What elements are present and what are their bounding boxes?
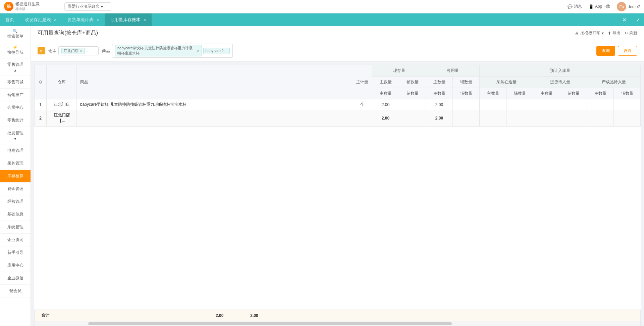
inventory-label: 库存核算 [7,173,23,179]
settings-button[interactable]: 设置 [618,46,637,56]
sidebar-item-retail-stat[interactable]: 零售统计 [0,114,31,127]
sidebar-item-appcenter[interactable]: 应用中心 [0,259,31,272]
row1-inc-aux [560,99,587,110]
order-tab-label: 要货单统计表 [67,17,94,23]
product-tag1-close[interactable]: ✕ [197,49,200,53]
phone-icon: 📱 [589,4,594,9]
tab-order[interactable]: 要货单统计表 ✕ [62,13,105,26]
row1-inc-main [533,99,560,110]
chevron-down-icon: ▾ [101,4,103,9]
retail-mall-label: 零售商城 [7,79,23,85]
filter-actions: 查询 设置 [596,46,637,56]
newguide-label: 新手引导 [7,250,23,255]
warehouse-input[interactable]: 江北门店 ✕ ... [58,46,99,55]
table-row: 1 江北门店 babycare学饮杯 儿童防摔防撞吸管杯重力球吸嘴杯宝宝水杯 个… [35,99,641,110]
footer-avail-main: 2.00 [250,313,258,318]
col-avail-main-sub: 主数量 [426,77,453,88]
sidebar-item-retail-mall[interactable]: 零售商城 [0,76,31,89]
product-tag1-text: babycare学饮杯 儿童防摔防撞吸管杯重力球吸嘴杯宝宝水杯 [117,46,196,56]
expand-button[interactable]: ⤢ [632,17,644,22]
wechat-label: 企业微信 [7,275,23,281]
close-order-tab[interactable]: ✕ [96,18,99,22]
retail-stat-label: 零售统计 [7,118,23,123]
quicknav-label: 快捷导航 [2,50,29,55]
tab-home[interactable]: 首页 [0,13,19,26]
col-gear[interactable]: ⚙ [35,65,47,99]
quicknav-icon: ⚡ [13,45,18,50]
user-profile[interactable]: Ea demo2 [617,2,640,11]
sidebar-item-system[interactable]: 系统管理 [0,221,31,234]
row2-prod-main [587,110,614,127]
sidebar-item-changyuean[interactable]: 畅会员 [0,285,31,297]
member-label: 会员中心 [7,105,23,110]
col-avail-main2: 主数量 [426,88,453,99]
close-receive-tab[interactable]: ✕ [54,18,57,22]
sidebar-item-inventory[interactable]: 库存核算 [0,170,31,183]
row1-unit: 个 [352,99,372,110]
sidebar-item-finance[interactable]: 资金管理 [0,183,31,195]
query-button[interactable]: 查询 [596,46,615,56]
print-icon: 🖨 [575,31,579,36]
logo-area: 畅 畅捷通好生意 标准版 [4,2,64,11]
chevron-up-icon: ▲ [14,68,17,72]
sidebar-item-operation[interactable]: 经营管理 [0,195,31,208]
close-inventory-tab[interactable]: ✕ [143,18,146,22]
search-icon: 🔍 [13,29,18,34]
system-label: 系统管理 [7,224,23,230]
sidebar-quick-nav[interactable]: ⚡ 快捷导航 [0,42,31,58]
horizontal-scrollbar[interactable] [88,322,452,325]
filter-toggle-button[interactable]: » [38,47,45,54]
row2-avail-aux [453,110,480,127]
col-incoming-group: 进货待入量 [533,77,587,88]
chevron-down-icon2: ▼ [14,137,17,141]
row1-stock-aux [399,99,426,110]
refresh-button[interactable]: ↻ 刷新 [625,30,637,36]
page-header: 可用量查询(按仓库+商品) 🖨 按模板打印 ▾ ⬆ 导出 ↻ 刷新 [31,26,644,40]
sidebar-item-retail-mgmt[interactable]: 零售管理 ▲ [0,58,31,76]
tab-inventory[interactable]: 可用量库存账本 ✕ [105,13,152,26]
close-window-button[interactable]: ✕ [617,17,632,23]
row2-inc-aux [560,110,587,127]
col-stock-main-sub: 主数量 [372,77,399,88]
changyuean-label: 畅会员 [9,288,21,294]
basic-label: 基础信息 [7,212,23,217]
col-avail-aux2: 辅数量 [453,88,480,99]
sidebar-item-marketing[interactable]: 营销推广 [0,89,31,101]
messages-button[interactable]: 💬 消息 [568,4,582,9]
row1-seq: 1 [35,99,47,110]
row2-inc-main [533,110,560,127]
sidebar-item-basic[interactable]: 基础信息 [0,208,31,221]
page-actions: 🖨 按模板打印 ▾ ⬆ 导出 ↻ 刷新 [575,30,637,36]
warehouse-more-dots[interactable]: ... [86,48,90,53]
ecommerce-label: 电商管理 [7,148,23,153]
app-download-button[interactable]: 📱 App下载 [589,4,610,9]
scrollbar-area[interactable] [34,321,641,326]
sidebar-item-wechat[interactable]: 企业微信 [0,272,31,285]
sidebar-item-purchase[interactable]: 采购管理 [0,157,31,170]
row1-pur-aux [506,99,533,110]
row1-product: babycare学饮杯 儿童防摔防撞吸管杯重力球吸嘴杯宝宝水杯 [77,99,352,110]
content-area: 可用量查询(按仓库+商品) 🖨 按模板打印 ▾ ⬆ 导出 ↻ 刷新 » [31,26,644,326]
sidebar-item-wholesale[interactable]: 批发管理 ▼ [0,127,31,144]
sidebar-search[interactable]: 🔍 搜索菜单 [0,26,31,42]
table-footer: 合计 2.00 2.00 [34,310,641,321]
print-button[interactable]: 🖨 按模板打印 ▾ [575,30,604,36]
tab-receive[interactable]: 收发存汇总表 ✕ [19,13,62,26]
product-input[interactable]: babycare学饮杯 儿童防摔防撞吸管杯重力球吸嘴杯宝宝水杯 ✕ babyca… [112,44,233,58]
sidebar-item-newguide[interactable]: 新手引导 [0,246,31,259]
row2-stock-main: 2.00 [372,110,399,127]
warehouse-tag-close[interactable]: ✕ [79,49,83,53]
sidebar-item-member[interactable]: 会员中心 [0,101,31,114]
purchase-label: 采购管理 [7,160,23,166]
tenant-selector[interactable]: 母婴行业演示账套 ▾ [64,2,111,11]
sidebar-item-collab[interactable]: 企业协同 [0,234,31,246]
sidebar-item-ecommerce[interactable]: 电商管理 [0,144,31,157]
inventory-table: ⚙ 仓库 商品 主计量 现存量 可用量 预计入库量 主数量 辅数量 主数量 辅数… [34,65,641,127]
col-production-group: 产成品待入量 [587,77,641,88]
page-title: 可用量查询(按仓库+商品) [38,30,98,37]
export-button[interactable]: ⬆ 导出 [608,30,621,36]
col-purchase-group: 采购在途量 [480,77,533,88]
gear-icon: ⚙ [39,80,43,85]
print-chevron-icon: ▾ [602,31,604,36]
col-unit-header: 主计量 [352,65,372,99]
